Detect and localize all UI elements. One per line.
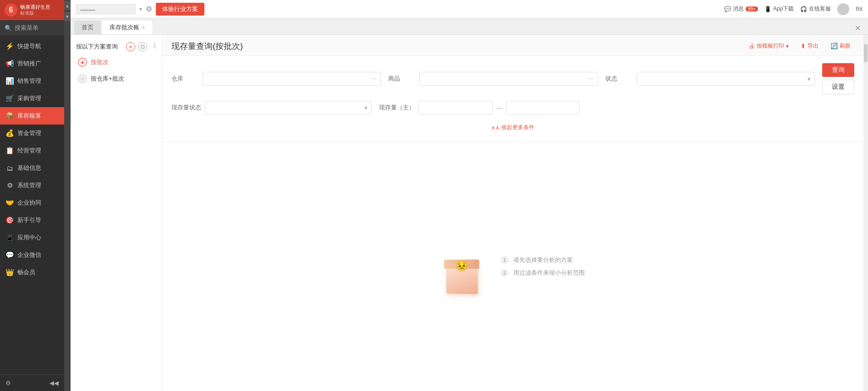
sidebar-item-purchase[interactable]: 🛒 采购管理 [0,90,64,107]
sidebar-item-enterprise[interactable]: 🤝 企业协同 [0,194,64,212]
query-btn[interactable]: 查询 [822,63,854,77]
filter-settings-btn[interactable]: 设置 [822,80,854,94]
filter-buttons: 查询 设置 [822,63,854,94]
sidebar-item-label: 基础信息 [17,164,41,172]
add-solution-btn[interactable]: + [126,42,135,51]
app-name: 畅康通好生意 [20,4,50,10]
print-btn[interactable]: 🖨 按模板打印 ▾ [745,40,792,52]
sidebar-nav: ⚡ 快捷导航 📢 营销推广 📊 销售管理 🛒 采购管理 📦 库存核算 💰 资金管… [0,36,64,375]
export-label: 导出 [808,42,819,50]
newbie-icon: 🎯 [5,216,14,224]
sidebar-item-marketing[interactable]: 📢 营销推广 [0,55,64,72]
tab-inventory-batch[interactable]: 库存批次账 × [102,21,152,34]
warehouse-label: 仓库 [171,75,199,83]
inventory-amount-from[interactable] [418,101,492,114]
phone-icon: 📱 [764,6,771,12]
sidebar-item-wechat[interactable]: 💬 企业微信 [0,246,64,264]
filter-inventory-amount: 现存量（主） — [379,101,579,114]
tab-home[interactable]: 首页 [74,21,101,34]
sidebar-item-label: 经营管理 [17,147,41,155]
sidebar-item-basic[interactable]: 🗂 基础信息 [0,159,64,177]
apps-icon: 📱 [5,234,14,242]
solution-item-warehouse-batch[interactable]: ○ 按仓库+批次 [71,71,162,87]
topbar-dropdown-arrow[interactable]: ▾ [139,6,142,12]
close-x-btn[interactable]: ✕ [851,22,864,34]
app-download-btn[interactable]: 📱 App下载 [764,5,794,13]
trial-btn[interactable]: 体验行业方案 [156,3,204,16]
collapse-more-btn[interactable]: ∧∧ 收起更多条件 [171,121,854,134]
sidebar-item-apps[interactable]: 📱 应用中心 [0,229,64,246]
scroll-down[interactable]: ▼ [64,12,71,21]
online-service-label: 在线客服 [809,5,831,13]
quick-nav-icon: ⚡ [5,42,14,50]
sidebar: 6 畅康通好生意 标准版 🔍 搜索菜单 ⚡ 快捷导航 📢 营销推广 📊 销售管理… [0,0,64,391]
messages-badge: 99+ [746,6,758,11]
filter-warehouse: 仓库 ··· [171,72,381,86]
operations-icon: 📋 [5,147,14,155]
export-btn[interactable]: ⬆ 导出 [797,40,822,52]
message-icon: 💬 [724,6,731,12]
print-dropdown-arrow[interactable]: ▾ [786,43,789,49]
inventory-dash: — [496,104,502,111]
topbar-settings-icon[interactable]: ⚙ [146,5,152,13]
headset-icon: 🎧 [800,6,807,12]
sidebar-item-label: 应用中心 [17,234,41,242]
inv-status-arrow: ▾ [364,104,368,111]
solution-icon-active: ● [78,58,87,67]
scroll-up[interactable]: ▲ [64,1,71,10]
inventory-amount-to[interactable] [506,101,580,114]
solution-label: 按批次 [91,58,109,66]
topbar: ▬▬▬ ▾ ⚙ 体验行业方案 💬 消息 99+ 📱 App下载 🎧 在线客服 R… [71,0,868,18]
main-content: ▬▬▬ ▾ ⚙ 体验行业方案 💬 消息 99+ 📱 App下载 🎧 在线客服 R… [71,0,868,391]
left-panel-collapse-btn[interactable]: 《 [150,42,156,51]
filter-inventory-status: 现存量状态 ▾ [171,101,372,114]
enterprise-icon: 🤝 [5,199,14,207]
refresh-label: 刷新 [840,42,851,50]
sidebar-item-newbie[interactable]: 🎯 新手引导 [0,212,64,229]
scroll-thumb[interactable] [864,44,868,62]
inventory-amount-label: 现存量（主） [379,103,415,112]
empty-tips: 1 请先选择要分析的方案 2 用过滤条件来缩小分析范围 [500,256,585,277]
filter-row-2: 现存量状态 ▾ 现存量（主） — [171,101,854,114]
product-input[interactable]: ··· [419,72,598,86]
gear-icon: ⚙ [140,43,146,50]
solution-settings-btn[interactable]: ⚙ [138,42,147,51]
sales-icon: 📊 [5,77,14,85]
topbar-left: ▬▬▬ ▾ ⚙ 体验行业方案 [76,3,720,16]
sidebar-item-label: 新手引导 [17,216,41,224]
solution-item-batch[interactable]: ● 按批次 [71,54,162,71]
solution-icon-inactive: ○ [78,74,87,83]
sidebar-item-quick-nav[interactable]: ⚡ 快捷导航 [0,38,64,55]
status-select[interactable]: ▾ [637,72,815,86]
sidebar-search[interactable]: 🔍 搜索菜单 [0,20,64,36]
sidebar-item-sales[interactable]: 📊 销售管理 [0,72,64,90]
empty-illustration: 😣 [441,244,487,289]
sidebar-settings-icon[interactable]: ⚙ [5,380,11,386]
sidebar-item-finance[interactable]: 💰 资金管理 [0,125,64,142]
sidebar-item-inventory[interactable]: 📦 库存核算 [0,107,64,125]
inventory-status-select[interactable]: ▾ [205,101,372,114]
tab-home-label: 首页 [82,23,93,32]
collapse-icon: ∧∧ [491,125,500,131]
sidebar-collapse-icon[interactable]: ◀◀ [49,380,59,386]
user-avatar[interactable] [837,3,849,15]
sidebar-item-label: 库存核算 [17,112,41,120]
messages-btn[interactable]: 💬 消息 99+ [724,5,758,13]
sidebar-item-label: 快捷导航 [17,42,41,50]
sidebar-item-member[interactable]: 👑 畅会员 [0,264,64,281]
messages-label: 消息 [733,5,744,13]
refresh-btn[interactable]: 🔄 刷新 [827,40,854,52]
left-panel-title: 按以下方案查询 [76,43,118,51]
sidebar-item-system[interactable]: ⚙ 系统管理 [0,177,64,194]
right-panel: 现存量查询(按批次) 🖨 按模板打印 ▾ ⬆ 导出 🔄 刷新 [162,35,863,391]
right-scrollbar[interactable] [863,35,868,391]
online-service-btn[interactable]: 🎧 在线客服 [800,5,831,13]
print-icon: 🖨 [749,43,755,49]
topbar-right: 💬 消息 99+ 📱 App下载 🎧 在线客服 Rit [724,3,863,15]
filter-product: 商品 ··· [388,72,598,86]
sidebar-item-label: 资金管理 [17,129,41,137]
empty-tip-2: 2 用过滤条件来缩小分析范围 [500,269,585,277]
tab-close-icon[interactable]: × [142,25,145,30]
sidebar-item-operations[interactable]: 📋 经营管理 [0,142,64,159]
warehouse-input[interactable]: ··· [203,72,381,86]
